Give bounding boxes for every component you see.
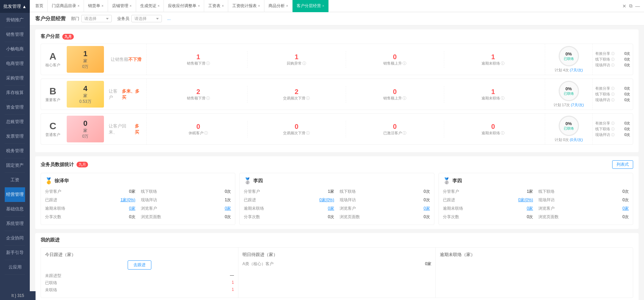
tab-门店商品目录[interactable]: 门店商品目录× [48, 0, 84, 12]
goto-followup-button[interactable]: 去跟进 [128, 260, 151, 270]
tab-商品分析[interactable]: 商品分析× [264, 0, 293, 12]
tab-应收应付调整单[interactable]: 应收应付调整单× [164, 0, 204, 12]
tab-close-icon[interactable]: × [322, 4, 324, 8]
tab-店铺管理[interactable]: 店铺管理× [108, 0, 136, 12]
agent-stat-value[interactable]: 0家 [424, 206, 430, 211]
agent-stat-row: 浏览页面数0次 [340, 213, 430, 221]
tier-slogan: 让销售额不下滑 [106, 44, 147, 75]
tier-label-B: B重要客户 [41, 79, 65, 110]
biz-section: 业务员数据统计 九月 列表式 🥇徐泽华分管客户0家线下联络0次已跟进1家(0%)… [35, 156, 639, 229]
tab-客户分层经营[interactable]: 客户分层经营× [293, 0, 329, 12]
sidebar-item-基础信息[interactable]: 基础信息 [5, 202, 25, 216]
agent-medal: 🥇 [45, 177, 52, 185]
agent-select[interactable]: 请选择 [131, 15, 162, 22]
tier-count-block[interactable]: 1家0万 [67, 46, 104, 73]
agent-label: 业务员 [117, 16, 129, 22]
close-window-icon[interactable]: ✕ [622, 3, 626, 9]
sidebar-item-电商管理[interactable]: 电商管理 [5, 56, 25, 71]
sidebar-item-资金管理[interactable]: 资金管理 [5, 100, 25, 115]
agent-stat-row: 分享次数0次 [443, 213, 533, 221]
sidebar-item-税务管理[interactable]: 税务管理 [5, 144, 25, 158]
tab-首页[interactable]: 首页 [31, 0, 48, 12]
list-view-button[interactable]: 列表式 [612, 160, 633, 169]
right-stat-row: 现场拜访 ⓘ0次 [595, 97, 630, 102]
agent-stat-value[interactable]: 0家 [622, 206, 629, 211]
agent-stat-value: 0次 [225, 214, 231, 220]
sidebar-item-固定资产[interactable]: 固定资产 [5, 158, 25, 173]
tabs-bar: 首页门店商品目录×销货单×店铺管理×生成凭证×应收应付调整单×工资表×工资统计报… [30, 0, 644, 12]
agent-stat-value[interactable]: 1家(0%) [121, 197, 135, 203]
tab-close-icon[interactable]: × [102, 4, 104, 8]
contact-plan: 计划 0次 (0天/次) [555, 137, 583, 142]
tab-close-icon[interactable]: × [158, 4, 160, 8]
sidebar-item-系统管理[interactable]: 系统管理 [5, 216, 25, 231]
agent-stat-row: 现场拜访0次 [538, 197, 629, 204]
tab-销货单[interactable]: 销货单× [84, 0, 108, 12]
tab-close-icon[interactable]: × [78, 4, 80, 8]
restore-window-icon[interactable]: ⧉ [629, 3, 632, 9]
stat-item[interactable]: 1销售额下滑 ⓘ [149, 51, 248, 68]
agent-stat-row: 分管客户1家 [244, 188, 334, 195]
sidebar-header[interactable]: 批发管理 ▲ [0, 0, 30, 13]
tab-close-icon[interactable]: × [130, 4, 132, 8]
sidebar-item-工资[interactable]: 工资 [5, 173, 25, 187]
agent-stat-value[interactable]: 0家(0%) [319, 197, 334, 203]
sidebar-item-企业协同[interactable]: 企业协同 [5, 231, 25, 246]
stat-item[interactable]: 1回购异常 ⓘ [248, 51, 346, 68]
sidebar-item-经营管理[interactable]: 经营管理 [5, 187, 25, 202]
sidebar-item-总账管理[interactable]: 总账管理 [5, 115, 25, 129]
followup-row: A类（核心）客户0家 [242, 260, 431, 268]
agent-name-row: 🥈李四 [244, 177, 430, 185]
stat-item[interactable]: 2销售额下滑 ⓘ [149, 86, 248, 103]
minimize-window-icon[interactable]: — [635, 3, 640, 9]
tab-生成凭证[interactable]: 生成凭证× [136, 0, 164, 12]
agent-stat-value[interactable]: 0家 [225, 206, 231, 211]
tab-label: 商品分析 [269, 3, 285, 9]
tier-count-block[interactable]: 0家0万 [67, 116, 104, 142]
contact-plan: 计划 4次 (7天/次) [555, 68, 583, 73]
stat-item[interactable]: 2交易频次下滑 ⓘ [248, 86, 346, 103]
more-filters-btn[interactable]: ... [167, 16, 171, 21]
agent-stat-value: 0次 [424, 197, 430, 203]
agent-name: 李四 [452, 178, 462, 184]
tab-close-icon[interactable]: × [258, 4, 260, 8]
agent-stat-value[interactable]: 0家 [527, 206, 533, 211]
sidebar-item-发票管理[interactable]: 发票管理 [5, 129, 25, 144]
stat-item[interactable]: 0销售额上升 ⓘ [346, 51, 444, 68]
agent-stat-value[interactable]: 0家 [129, 206, 135, 211]
stat-item[interactable]: 0已激活客户 ⓘ [346, 121, 444, 138]
tab-工资统计报表[interactable]: 工资统计报表× [228, 0, 264, 12]
dept-filter: 部门 请选择 [71, 15, 112, 22]
sidebar-item-库存核算[interactable]: 库存核算 [5, 86, 25, 100]
followup-col-title: 今日跟进（家） [45, 252, 234, 258]
tier-row-C: C普通客户0家0万让客户回来、多买0休眠客户 ⓘ0交易频次下滑 ⓘ0已激活客户 … [41, 113, 633, 145]
dept-select[interactable]: 请选择 [81, 15, 112, 22]
stat-item[interactable]: 1逾期未联络 ⓘ [444, 51, 542, 68]
sidebar-item-小畅电商[interactable]: 小畅电商 [5, 42, 25, 56]
agent-stat-row: 逾期未联络0家 [45, 205, 135, 212]
sidebar-item-营销推广[interactable]: 营销推广 [5, 13, 25, 27]
agent-stat-value: 0次 [622, 189, 629, 194]
dept-label: 部门 [71, 16, 79, 22]
stat-item[interactable]: 0休眠客户 ⓘ [149, 121, 248, 138]
agent-stat-value: 0次 [622, 197, 629, 203]
tier-count-block[interactable]: 4家0.53万 [67, 81, 104, 108]
tab-close-icon[interactable]: × [198, 4, 200, 8]
agent-stat-value[interactable]: 0家(0%) [518, 197, 533, 203]
stat-item[interactable]: 0销售额上升 ⓘ [346, 86, 444, 103]
stat-item[interactable]: 1逾期未联络 ⓘ [444, 86, 542, 103]
agent-name: 李四 [253, 178, 263, 184]
sidebar-item-采购管理[interactable]: 采购管理 [5, 71, 25, 86]
stat-item[interactable]: 0交易频次下滑 ⓘ [248, 121, 346, 138]
agent-stat-value[interactable]: 0家 [328, 206, 334, 211]
sidebar-item-销售管理[interactable]: 销售管理 [5, 27, 25, 42]
sidebar-item-新手引导[interactable]: 新手引导 [5, 246, 25, 260]
sidebar-item-云应用[interactable]: 云应用 [5, 260, 25, 275]
tab-工资表[interactable]: 工资表× [204, 0, 228, 12]
agent-stat-row: 线下联络0次 [340, 188, 430, 195]
tab-close-icon[interactable]: × [286, 4, 288, 8]
agent-stat-row: 浏览页面数0次 [538, 213, 629, 221]
agent-stat-value: 0次 [225, 189, 231, 194]
tab-close-icon[interactable]: × [222, 4, 224, 8]
stat-item[interactable]: 0逾期未联络 ⓘ [444, 121, 542, 138]
